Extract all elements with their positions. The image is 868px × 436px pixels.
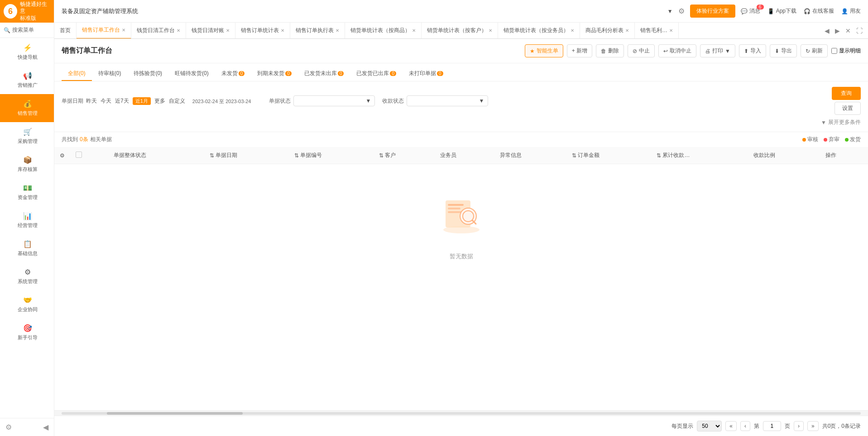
tab-home[interactable]: 首页 [54,23,77,39]
prev-page-btn[interactable]: ‹ [740,421,750,431]
subtab-not-printed[interactable]: 未打印单据0 [403,67,450,81]
tab-close-sales-stat[interactable]: ✕ [281,28,284,33]
sidebar-item-quick[interactable]: ⚡ 快捷导航 [0,38,54,66]
tab-close-sales-more[interactable]: ✕ [669,28,673,33]
subtab-not-shipped[interactable]: 未发货0 [215,67,251,81]
set-button[interactable]: 设置 [834,102,861,115]
subtab-overdue[interactable]: 到期未发货0 [251,67,298,81]
solution-button[interactable]: 体验行业方案 [690,5,735,18]
subtab-wangpu[interactable]: 旺铺待发货(0) [168,67,215,81]
date-yesterday[interactable]: 昨天 [86,97,97,105]
tab-close-sales-product[interactable]: ✕ [412,28,416,33]
pagination: 每页显示 50 10 20 100 « ‹ 第 页 › » 共0页，0条记录 [54,416,868,436]
tab-close-sales-staff[interactable]: ✕ [571,28,574,33]
date-7days[interactable]: 近7天 [115,97,129,105]
tab-close-cash-daily[interactable]: ✕ [177,28,180,33]
delete-button[interactable]: 🗑 删除 [596,44,624,57]
horizontal-scrollbar[interactable] [54,410,868,416]
subtab-all[interactable]: 全部(0) [62,67,92,81]
tab-close-gross-profit[interactable]: ✕ [625,28,629,33]
sort-icon-date: ⇅ [210,152,214,159]
th-settings[interactable]: ⚙ [54,147,70,164]
ship-action[interactable]: 发货 [845,136,861,143]
next-page-btn[interactable]: › [794,421,804,431]
topbar-gear-icon[interactable]: ⚙ [678,7,685,15]
tab-gross-profit[interactable]: 商品毛利分析表 ✕ [580,23,635,39]
tab-close-sales-exec[interactable]: ✕ [336,28,339,33]
select-all-checkbox[interactable] [76,152,82,158]
export-button[interactable]: ⬇ 导出 [770,44,797,57]
inventory-icon: 📦 [23,156,32,164]
subtab-shipped-not-out[interactable]: 已发货未出库0 [298,67,350,81]
th-number: ⇅ 单据编号 [289,147,374,164]
page-label: 第 [754,422,759,430]
topbar: 装备及固定资产辅助管理系统 ▼ ⚙ 体验行业方案 💬 消息 6 📱 App下载 … [54,0,868,23]
sidebar-item-system[interactable]: ⚙ 系统管理 [0,262,54,290]
user-item[interactable]: 👤 用友 [841,7,861,15]
tab-sales-workbench[interactable]: 销售订单工作台 ✕ [77,23,131,39]
sidebar-item-inventory[interactable]: 📦 库存核算 [0,150,54,178]
tab-sales-customer[interactable]: 销货单统计表（按客户） ✕ [422,23,498,39]
collapse-icon[interactable]: ◀ [43,423,48,431]
tab-sales-stat[interactable]: 销售订单统计表 ✕ [235,23,290,39]
print-button[interactable]: 🖨 打印 ▼ [700,44,735,57]
app-download-item[interactable]: 📱 App下载 [767,7,796,15]
table-settings-icon[interactable]: ⚙ [60,152,65,159]
add-button[interactable]: + 新增 [567,44,592,57]
system-dropdown[interactable]: ▼ [667,8,673,14]
logo-icon: 6 [4,4,17,19]
tab-next-btn[interactable]: ▶ [833,27,842,34]
refresh-button[interactable]: ↻ 刷新 [801,44,828,57]
tab-close-sales-customer[interactable]: ✕ [489,28,492,33]
tab-sales-more[interactable]: 销售毛利… ✕ [635,23,679,39]
sidebar-item-sales[interactable]: 💰 销售管理 [0,94,54,122]
per-page-select[interactable]: 50 10 20 100 [697,421,722,431]
import-button[interactable]: ⬆ 导入 [739,44,766,57]
subtab-shipped-out[interactable]: 已发货已出库0 [350,67,403,81]
sidebar-item-search[interactable]: 🔍 搜索菜单 [0,23,54,38]
date-more[interactable]: 更多 [154,97,165,105]
payment-select[interactable]: ▼ [407,95,488,106]
subtab-pending[interactable]: 待审核(0) [92,67,128,81]
subtab-pending-check[interactable]: 待拣验货(0) [127,67,168,81]
sidebar-item-operation[interactable]: 📊 经营管理 [0,206,54,234]
sidebar-item-newbie[interactable]: 🎯 新手引导 [0,318,54,346]
date-custom[interactable]: 自定义 [169,97,185,105]
tab-cash-daily[interactable]: 钱货日清工作台 ✕ [131,23,186,39]
last-page-btn[interactable]: » [807,421,819,431]
query-button[interactable]: 查询 [832,87,861,100]
first-page-btn[interactable]: « [725,421,737,431]
review-action[interactable]: 审核 [802,136,818,143]
tab-maximize-btn[interactable]: ⛶ [854,27,864,34]
status-select[interactable]: ▼ [293,95,375,106]
show-detail-checkbox[interactable] [831,48,837,54]
tab-sales-staff[interactable]: 销货单统计表（按业务员） ✕ [498,23,580,39]
date-1month[interactable]: 近1月 [133,97,151,105]
date-today[interactable]: 今天 [101,97,111,105]
stop-button[interactable]: ⊘ 中止 [628,44,655,57]
settings-icon[interactable]: ⚙ [5,423,12,431]
tab-cash-reconcile[interactable]: 钱货日清对账 ✕ [186,23,235,39]
online-service-item[interactable]: 🎧 在线客服 [804,7,834,15]
sidebar-item-purchase[interactable]: 🛒 采购管理 [0,122,54,150]
search-icon: 🔍 [4,27,10,33]
scrollbar-thumb[interactable] [107,412,243,415]
message-item[interactable]: 💬 消息 6 [741,7,760,15]
tab-close-cash-reconcile[interactable]: ✕ [226,28,230,33]
tab-sales-exec[interactable]: 销售订单执行表 ✕ [290,23,345,39]
th-checkbox[interactable] [70,147,108,164]
smart-generate-button[interactable]: ★ 智能生单 [525,44,563,57]
sidebar-item-finance[interactable]: 💵 资金管理 [0,178,54,206]
show-detail-label[interactable]: 显示明细 [831,47,861,55]
sidebar-item-basic[interactable]: 📋 基础信息 [0,234,54,262]
cancel-stop-button[interactable]: ↩ 取消中止 [658,44,696,57]
tab-close-sales-workbench[interactable]: ✕ [122,28,125,33]
tab-prev-btn[interactable]: ◀ [823,27,831,34]
tab-sales-product[interactable]: 销货单统计表（按商品） ✕ [345,23,422,39]
expand-button[interactable]: ▼ 展开更多条件 [821,118,861,126]
sidebar-item-marketing[interactable]: 📢 营销推广 [0,66,54,94]
cancel-action[interactable]: 弃审 [824,136,839,143]
tab-close-all-btn[interactable]: ✕ [844,27,853,34]
sidebar-item-enterprise[interactable]: 🤝 企业协同 [0,290,54,318]
page-input[interactable] [763,421,781,431]
